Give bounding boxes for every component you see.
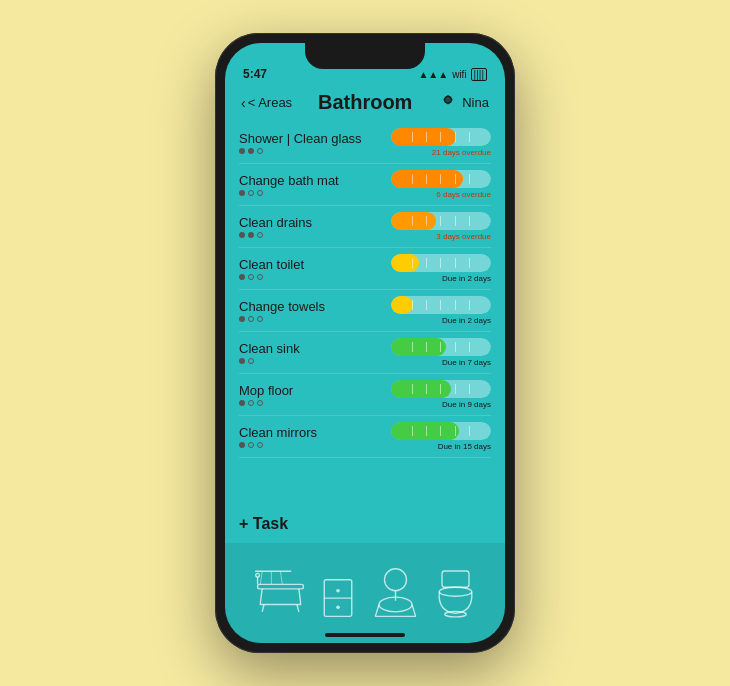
svg-rect-1 [257,584,303,589]
nav-bar: ‹ < Areas Bathroom Nina [225,87,505,122]
task-dots [239,190,339,196]
task-right: Due in 7 days [391,338,491,367]
sink-icon [368,566,423,621]
task-dot [239,190,245,196]
task-dot [257,442,263,448]
task-dot [248,232,254,238]
toilet-icon [433,566,478,621]
progress-bar [391,338,491,356]
task-item[interactable]: Clean sinkDue in 7 days [239,332,491,374]
task-name: Shower | Clean glass [239,131,362,146]
task-dots [239,358,300,364]
back-button[interactable]: ‹ < Areas [241,95,292,111]
task-dot [239,148,245,154]
task-name: Mop floor [239,383,293,398]
cabinet-icon [318,566,358,621]
progress-bar [391,128,491,146]
task-left: Clean toilet [239,257,304,280]
back-label: < Areas [248,95,292,110]
notch [305,43,425,69]
task-item[interactable]: Clean drains3 days overdue [239,206,491,248]
task-status-label: 3 days overdue [436,232,491,241]
user-icon [438,93,458,113]
svg-line-17 [412,604,416,616]
add-task-label: + Task [239,515,288,532]
phone-frame: 5:47 ▲▲▲ wifi |||| ‹ < Areas Bathroom Ni… [215,33,515,653]
user-name: Nina [462,95,489,110]
task-left: Change towels [239,299,325,322]
task-right: Due in 9 days [391,380,491,409]
task-item[interactable]: Clean mirrorsDue in 15 days [239,416,491,458]
svg-point-5 [255,573,259,577]
home-indicator [325,633,405,637]
task-dot [239,442,245,448]
add-task-button[interactable]: + Task [225,505,505,543]
page-title: Bathroom [318,91,412,114]
svg-point-14 [384,568,406,590]
task-dot [248,148,254,154]
task-dot [248,358,254,364]
task-left: Change bath mat [239,173,339,196]
task-dot [248,316,254,322]
task-status-label: Due in 2 days [442,274,491,283]
svg-point-13 [336,605,340,609]
task-name: Change bath mat [239,173,339,188]
task-item[interactable]: Shower | Clean glass21 days overdue [239,122,491,164]
task-name: Change towels [239,299,325,314]
task-dot [257,190,263,196]
svg-rect-20 [442,571,469,587]
task-list: Shower | Clean glass21 days overdueChang… [225,122,505,505]
task-dot [248,190,254,196]
task-dot [239,274,245,280]
task-status-label: Due in 2 days [442,316,491,325]
task-item[interactable]: Change towelsDue in 2 days [239,290,491,332]
task-item[interactable]: Clean toiletDue in 2 days [239,248,491,290]
task-right: 3 days overdue [391,212,491,241]
status-icons: ▲▲▲ wifi |||| [418,68,487,81]
task-status-label: Due in 15 days [438,442,491,451]
task-left: Shower | Clean glass [239,131,362,154]
task-dot [257,274,263,280]
signal-icon: ▲▲▲ [418,69,448,80]
task-status-label: 6 days overdue [436,190,491,199]
task-dot [248,274,254,280]
task-left: Clean mirrors [239,425,317,448]
task-name: Clean toilet [239,257,304,272]
bottom-illustration [225,543,505,643]
bathtub-icon [253,566,308,621]
task-dots [239,400,293,406]
task-dot [257,400,263,406]
svg-rect-6 [254,570,291,571]
task-dots [239,274,304,280]
phone-screen: 5:47 ▲▲▲ wifi |||| ‹ < Areas Bathroom Ni… [225,43,505,643]
wifi-icon: wifi [452,69,466,80]
task-dot [239,316,245,322]
progress-bar [391,212,491,230]
task-dot [257,232,263,238]
task-name: Clean mirrors [239,425,317,440]
task-right: Due in 15 days [391,422,491,451]
task-dots [239,232,312,238]
user-button[interactable]: Nina [438,93,489,113]
task-dot [248,442,254,448]
task-dots [239,148,362,154]
task-status-label: 21 days overdue [432,148,491,157]
progress-bar [391,422,491,440]
chevron-left-icon: ‹ [241,95,246,111]
task-item[interactable]: Mop floorDue in 9 days [239,374,491,416]
task-left: Clean sink [239,341,300,364]
svg-line-2 [262,604,264,611]
task-dot [239,232,245,238]
svg-point-22 [444,611,466,616]
task-left: Mop floor [239,383,293,406]
task-dot [257,316,263,322]
task-name: Clean drains [239,215,312,230]
task-dot [239,358,245,364]
task-right: 6 days overdue [391,170,491,199]
task-dots [239,316,325,322]
task-right: 21 days overdue [391,128,491,157]
task-right: Due in 2 days [391,296,491,325]
progress-bar [391,296,491,314]
task-item[interactable]: Change bath mat6 days overdue [239,164,491,206]
task-dot [257,148,263,154]
